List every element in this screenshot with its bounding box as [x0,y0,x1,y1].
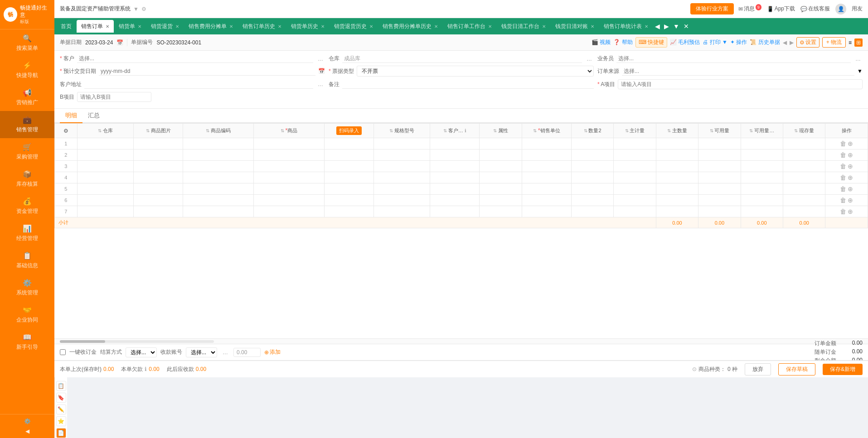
tab-summary[interactable]: 销售订单统计表 ✕ [599,20,653,33]
th-main-unit[interactable]: 主计量 [614,124,656,138]
th-warehouse[interactable]: 仓库 [77,124,134,138]
right-panel-btn-3[interactable]: ✏️ [56,404,66,414]
app-download-btn[interactable]: 📱 App下载 [767,5,795,13]
view-btn[interactable]: 🎬 视频 [592,39,611,46]
toolbar-grid-icon[interactable]: ⊞ [854,39,863,47]
action-btn[interactable]: ✦ 操作 [730,39,747,46]
tab-nav-prev[interactable]: ◀ [653,22,662,31]
one-click-checkbox[interactable] [60,349,66,355]
th-main-qty[interactable]: 主数量 [656,124,698,138]
amount-input[interactable] [233,348,261,357]
tab-close-icon[interactable]: ✕ [488,24,492,29]
tab-daily-workbench[interactable]: 钱货日清工作台 ✕ [497,20,550,33]
tab-expense-hist[interactable]: 销售费用分摊单历史 ✕ [378,20,442,33]
prev-record-btn[interactable]: ◀ [783,39,787,46]
history-btn[interactable]: 📜 历史单据 [750,39,780,46]
th-avail2[interactable]: 可用量… [741,124,783,138]
sidebar-item-basic[interactable]: 📋 基础信息 [0,247,54,274]
right-panel-btn-2[interactable]: 🔖 [56,393,66,403]
tab-nav-menu[interactable]: ▼ [671,22,681,31]
tab-close-all[interactable]: ✕ [682,22,691,31]
copy-icon[interactable]: ⊕ [848,208,853,215]
delete-icon[interactable]: 🗑 [840,185,846,193]
sidebar-collapse-btn[interactable]: ◀ [25,428,29,434]
tab-close-icon[interactable]: ✕ [175,24,179,29]
next-record-btn[interactable]: ▶ [790,39,794,46]
a-project-input[interactable] [618,79,863,89]
address-input[interactable] [84,80,313,89]
copy-icon[interactable]: ⊕ [848,163,853,170]
add-payment-btn[interactable]: ⊕ 添加 [264,348,281,356]
tab-close-icon[interactable]: ✕ [434,24,438,29]
sidebar-item-system[interactable]: ⚙️ 系统管理 [0,274,54,301]
sidebar-item-enterprise[interactable]: 🤝 企业协同 [0,301,54,328]
sidebar-item-operation[interactable]: 📊 经营管理 [0,220,54,247]
right-panel-btn-1[interactable]: 📋 [56,381,66,391]
account-more-icon[interactable]: … [221,349,230,356]
right-panel-btn-5[interactable]: 📄 [56,428,66,438]
tab-daily-reconcile[interactable]: 钱货日清对账 ✕ [551,20,599,33]
copy-icon[interactable]: ⊕ [848,140,853,147]
customer-more-icon[interactable]: … [316,56,325,62]
sidebar-item-purchase[interactable]: 🛒 采购管理 [0,138,54,165]
address-more-icon[interactable]: … [316,81,325,87]
scroll-track[interactable] [60,340,214,343]
right-panel-btn-4[interactable]: ⭐ [56,416,66,426]
account-select[interactable]: 选择... [186,347,217,357]
add-goods-btn[interactable]: + 物流 [822,37,846,48]
sidebar-item-finance[interactable]: 💰 资金管理 [0,193,54,220]
th-unit[interactable]: *销售单位 [522,124,571,138]
msg-btn[interactable]: ✉ 消息 9 [738,5,761,13]
sidebar-settings-btn[interactable]: ⚙️ [24,418,31,424]
help-btn[interactable]: ❓ 帮助 [613,39,632,46]
shortcut-btn[interactable]: ⌨ 快捷键 [635,37,667,48]
toolbar-list-icon[interactable]: ≡ [849,39,852,46]
settings-btn[interactable]: ⚙ 设置 [796,37,820,48]
tab-bill-hist[interactable]: 销货单历史 ✕ [286,20,329,33]
online-service-btn[interactable]: 💬 在线客服 [800,5,830,13]
salesperson-more-icon[interactable]: … [853,56,863,62]
calendar2-icon[interactable]: 📅 [318,68,325,74]
payment-method-select[interactable]: 选择... [126,347,157,357]
tab-return[interactable]: 销货退货 ✕ [146,20,184,33]
print-btn[interactable]: 🖨 打印 ▼ [703,39,727,46]
delete-icon[interactable]: 🗑 [840,140,846,147]
delivery-date-input[interactable] [99,67,315,76]
tab-close-icon[interactable]: ✕ [138,24,141,29]
tab-close-icon[interactable]: ✕ [106,24,109,29]
th-sku[interactable]: 商品编码 [183,124,254,138]
sidebar-item-search[interactable]: 🔍 搜索菜单 [0,29,54,57]
delete-icon[interactable]: 🗑 [840,197,846,204]
tab-close-icon[interactable]: ✕ [321,24,325,29]
th-settings[interactable]: ⚙ [55,124,78,138]
tab-expense[interactable]: 销售费用分摊单 ✕ [184,20,238,33]
copy-icon[interactable]: ⊕ [848,185,853,193]
delete-icon[interactable]: 🗑 [840,163,846,170]
gear-icon[interactable]: ⚙ [141,6,146,12]
tab-sales-bill[interactable]: 销货单 ✕ [114,20,146,33]
save-new-btn[interactable]: 保存&新增 [823,364,863,375]
tab-return-hist[interactable]: 销货退货历史 ✕ [330,20,378,33]
solution-btn[interactable]: 体验行业方案 [690,3,734,14]
tab-close-icon[interactable]: ✕ [591,24,594,29]
tab-close-icon[interactable]: ✕ [542,24,546,29]
th-product[interactable]: *商品 [254,124,325,138]
th-stock[interactable]: 现存量 [783,124,825,138]
th-img[interactable]: 商品图片 [134,124,183,138]
tab-home[interactable]: 首页 [56,20,76,33]
tab-order-workbench[interactable]: 销售订单工作台 ✕ [443,20,496,33]
save-draft-btn[interactable]: 保存草稿 [778,363,815,375]
warehouse-more-icon[interactable]: … [585,56,594,62]
remark-input[interactable] [342,80,594,89]
sidebar-item-inventory[interactable]: 📦 库存核算 [0,165,54,193]
delete-icon[interactable]: 🗑 [840,151,846,159]
tab-close-icon[interactable]: ✕ [278,24,281,29]
tab-sales-order[interactable]: 销售订单 ✕ [77,20,114,33]
scan-btn[interactable]: 扫码录入 [336,126,362,135]
salesperson-input[interactable] [616,54,851,63]
copy-icon[interactable]: ⊕ [848,174,853,181]
profit-btn[interactable]: 📈 毛利预估 [670,39,700,46]
copy-icon[interactable]: ⊕ [848,151,853,159]
th-cust[interactable]: 客户… ℹ [430,124,480,138]
th-qty2[interactable]: 数量2 [571,124,613,138]
